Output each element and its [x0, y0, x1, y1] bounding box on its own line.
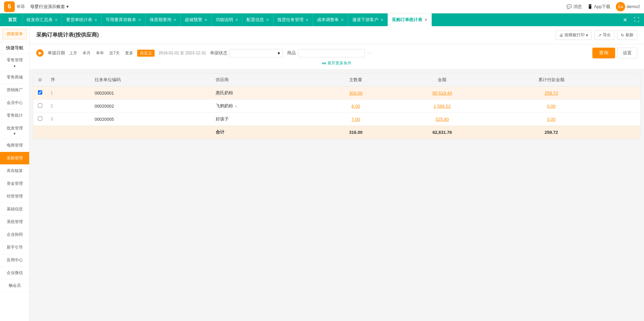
row-cumulative-paid-0[interactable]: 259.72 — [491, 87, 612, 100]
row-no-2: 3 — [47, 113, 91, 126]
sidebar-item-finance-mgmt[interactable]: 资金管理 — [0, 177, 29, 190]
sidebar-item-enterprise-wechat[interactable]: 企业微信 — [0, 267, 29, 279]
sidebar-item-ops-mgmt[interactable]: 经营管理 — [0, 190, 29, 203]
filter-shortcut-last-month[interactable]: 上月 — [67, 50, 79, 57]
tab-cost-adjust-close[interactable]: ✕ — [341, 18, 344, 22]
sidebar-nav-btn[interactable]: 快捷导航 — [0, 42, 29, 54]
sidebar-item-ecommerce-mgmt[interactable]: 电商管理 — [0, 139, 29, 152]
row-check-2[interactable] — [38, 116, 42, 121]
sidebar-item-app-center[interactable]: 应用中心 — [0, 254, 29, 267]
row-expand-icon[interactable]: ▸ — [235, 104, 237, 108]
filter-goods-field[interactable] — [301, 51, 362, 56]
refresh-btn[interactable]: ↻ 刷新 — [617, 30, 637, 40]
filter-toggle-btn[interactable]: ▶ — [36, 49, 44, 57]
tab-overstock-warning-label: 超储预警 — [185, 17, 202, 23]
sidebar-item-basic-info[interactable]: 基础信息 — [0, 203, 29, 216]
filter-area: ▶ 单据日期 上月 本月 本年 近7天 更多 自定义 2016-01-01 至 … — [30, 44, 644, 70]
filter-date-tag[interactable]: 自定义 — [137, 50, 155, 57]
tab-order-summary-close[interactable]: ✕ — [94, 18, 97, 22]
table-settings-icon[interactable]: ⚙ — [38, 77, 42, 83]
tab-overstock-warning-close[interactable]: ✕ — [204, 18, 207, 22]
row-cumulative-paid-1[interactable]: 0.00 — [491, 100, 612, 113]
filter-status-select[interactable]: ▾ — [229, 49, 283, 57]
sidebar-item-retail-mall-label: 零售商城 — [7, 75, 23, 79]
row-check-1[interactable] — [38, 103, 42, 108]
tab-expiry-query-close[interactable]: ✕ — [173, 18, 176, 22]
row-main-qty-2[interactable]: 7.00 — [318, 113, 394, 126]
col-settings[interactable]: ⚙ — [33, 73, 47, 87]
tab-expiry-query[interactable]: 保质期查询 ✕ — [146, 13, 181, 26]
row-amount-0[interactable]: 60,519.44 — [394, 87, 491, 100]
tab-cost-adjust[interactable]: 成本调整单 ✕ — [313, 13, 348, 26]
tab-close-all-btn[interactable]: ✕ — [621, 15, 629, 24]
table-row: 2 00020002 飞鹤奶粉 ▸ 6.00 1,586.52 0.00 — [33, 100, 640, 113]
tab-config-info[interactable]: 配置信息 ✕ — [243, 13, 273, 26]
row-checkbox-2[interactable] — [33, 113, 47, 126]
tab-purchase-summary-close[interactable]: ✕ — [424, 18, 427, 22]
filter-goods-input[interactable] — [298, 49, 365, 57]
tab-invite-downstream[interactable]: 邀请下游客户 ✕ — [348, 13, 388, 26]
tab-purchase-summary[interactable]: 采购订单统计表 ✕ — [388, 13, 432, 26]
sidebar-search-btn[interactable]: 搜索菜单 — [2, 29, 27, 39]
message-btn[interactable]: 💬 消息 — [567, 4, 582, 10]
tab-maximize-btn[interactable]: ⛶ — [632, 15, 641, 24]
tab-function-desc-close[interactable]: ✕ — [235, 18, 238, 22]
workspace-arrow-icon: ▾ — [66, 4, 69, 9]
row-amount-2[interactable]: 525.80 — [394, 113, 491, 126]
row-amount-1[interactable]: 1,586.52 — [394, 100, 491, 113]
workspace-selector[interactable]: 母婴行业演示账套 ▾ — [28, 2, 71, 11]
tab-order-summary[interactable]: 要货单统计表 ✕ — [62, 13, 102, 26]
filter-goods-more-icon[interactable]: ··· — [367, 50, 371, 56]
template-print-label: 按模板打印 — [565, 32, 585, 38]
tab-config-info-close[interactable]: ✕ — [266, 18, 269, 22]
sidebar-item-new-guide[interactable]: 新手引导 — [0, 241, 29, 254]
tab-invite-downstream-close[interactable]: ✕ — [380, 18, 383, 22]
filter-shortcut-more[interactable]: 更多 — [123, 50, 135, 57]
sidebar-item-retail-mall[interactable]: 零售商城 — [0, 71, 29, 84]
tab-home[interactable]: 首页 — [3, 13, 22, 26]
template-print-btn[interactable]: 🖨 按模板打印 ▾ — [555, 30, 592, 40]
refresh-icon: ↻ — [621, 33, 624, 38]
tab-stow-task-close[interactable]: ✕ — [306, 18, 309, 22]
row-checkbox-0[interactable] — [33, 87, 47, 100]
row-cumulative-paid-2[interactable]: 0.00 — [491, 113, 612, 126]
page-title: 采购订单统计表(按供应商) — [36, 32, 99, 43]
user-avatar: Ea — [616, 2, 625, 11]
row-checkbox-1[interactable] — [33, 100, 47, 113]
sidebar-item-purchase-mgmt[interactable]: 采购管理 — [0, 152, 29, 165]
tab-function-desc[interactable]: 功能说明 ✕ — [212, 13, 243, 26]
filter-shortcut-this-year[interactable]: 本年 — [94, 50, 106, 57]
tab-stow-task[interactable]: 拣货任务管理 ✕ — [273, 13, 313, 26]
data-table: ⚙ 序 往来单位编码 供应商 主数量 金额 累计付款金额 — [33, 73, 640, 139]
tab-receive-summary-close[interactable]: ✕ — [55, 18, 58, 22]
settings-btn[interactable]: 设置 — [617, 48, 637, 58]
row-main-qty-1[interactable]: 6.00 — [318, 100, 394, 113]
app-download-btn[interactable]: 📱 App下载 — [587, 4, 610, 10]
expand-more-btn[interactable]: ▾▾ 展开更多条件 — [36, 60, 637, 66]
query-btn[interactable]: 查询 — [592, 48, 615, 58]
sidebar-item-system-mgmt[interactable]: 系统管理 — [0, 216, 29, 228]
filter-shortcut-this-month[interactable]: 本月 — [80, 50, 93, 57]
sidebar-item-member-center[interactable]: 会员中心 — [0, 97, 29, 109]
expand-more-label: 展开更多条件 — [327, 60, 352, 66]
tab-available-stock-close[interactable]: ✕ — [138, 18, 141, 22]
user-area[interactable]: Ea demo2 — [616, 2, 640, 11]
sidebar-nav-label: 快捷导航 — [6, 45, 23, 50]
message-icon: 💬 — [567, 4, 572, 9]
sidebar-item-vip-member[interactable]: 畅会员 — [0, 279, 29, 292]
filter-shortcut-7days[interactable]: 近7天 — [107, 50, 122, 57]
footer-label-cell: 合计 — [212, 126, 318, 139]
sidebar-item-marketing[interactable]: 营销推广 — [0, 84, 29, 97]
row-check-0[interactable] — [38, 90, 42, 95]
tab-available-stock[interactable]: 可用量库存账本 ✕ — [102, 13, 146, 26]
sidebar-item-inventory-check[interactable]: 库存核算 — [0, 165, 29, 177]
tab-receive-summary[interactable]: 收发存汇总表 ✕ — [22, 13, 62, 26]
tab-overstock-warning[interactable]: 超储预警 ✕ — [181, 13, 212, 26]
filter-status-label: 单据状态 — [210, 50, 227, 56]
sidebar-item-enterprise-coop[interactable]: 企业协同 — [0, 228, 29, 241]
sidebar-item-wholesale-mgmt[interactable]: 批发管理 ▼ — [0, 122, 29, 139]
row-main-qty-0[interactable]: 303.00 — [318, 87, 394, 100]
sidebar-item-retail-stats[interactable]: 零售统计 — [0, 109, 29, 122]
export-btn[interactable]: ↗ 导出 — [594, 30, 614, 40]
sidebar-item-retail-management[interactable]: 零售管理 ▲ — [0, 54, 29, 71]
